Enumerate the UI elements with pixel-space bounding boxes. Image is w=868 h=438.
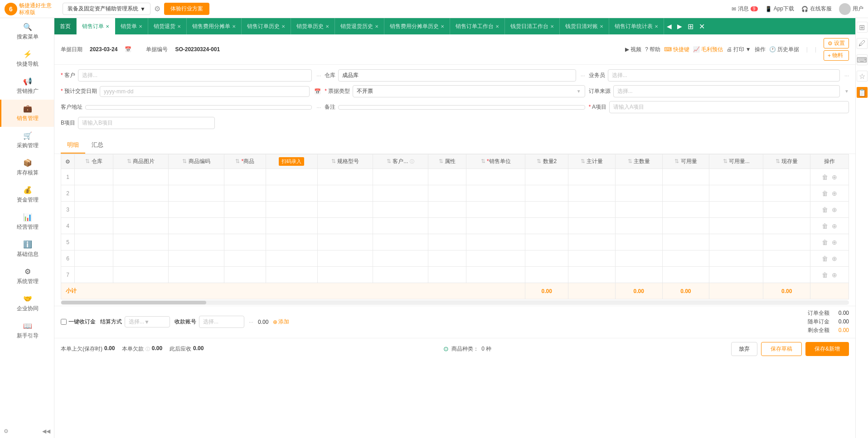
order-source-input[interactable]: 选择... bbox=[613, 85, 840, 97]
sort-icon-warehouse[interactable]: ⇅ bbox=[85, 158, 90, 164]
online-service-btn[interactable]: 🎧 在线客服 bbox=[801, 5, 832, 13]
view-video-btn[interactable]: ▶ 视频 bbox=[625, 46, 641, 53]
sort-icon-property[interactable]: ⇅ bbox=[439, 158, 443, 164]
sort-icon-unit[interactable]: ⇅ bbox=[481, 158, 485, 164]
sidebar-item-marketing[interactable]: 📢 营销推广 bbox=[0, 72, 54, 100]
row-cust-2[interactable] bbox=[373, 185, 428, 202]
sidebar-settings-icon[interactable]: ⚙ bbox=[4, 428, 9, 434]
tab-summary[interactable]: 汇总 bbox=[85, 137, 110, 154]
tab-more-icon[interactable]: ⊞ bbox=[685, 22, 696, 31]
b-project-input[interactable]: 请输入B项目 bbox=[78, 117, 215, 129]
settings-icon[interactable]: ⚙ bbox=[154, 5, 160, 13]
sidebar-item-system[interactable]: ⚙ 系统管理 bbox=[0, 263, 54, 290]
tab-close-icon[interactable]: ✕ bbox=[106, 24, 109, 29]
sort-icon-cust[interactable]: ⇅ bbox=[387, 158, 391, 164]
right-icon-grid[interactable]: ⊞ bbox=[857, 22, 868, 33]
tab-close-icon-7[interactable]: ✕ bbox=[375, 24, 378, 29]
tab-order-history[interactable]: 销售订单历史 ✕ bbox=[242, 18, 291, 34]
system-selector[interactable]: 装备及固定资产辅助管理系统 ▼ bbox=[63, 3, 150, 15]
print-btn[interactable]: 🖨 打印 ▼ bbox=[727, 46, 751, 53]
salesperson-input[interactable]: 选择... bbox=[608, 69, 840, 82]
row-prop-1[interactable] bbox=[428, 169, 466, 185]
right-icon-edit[interactable]: 🖊 bbox=[857, 38, 868, 49]
tab-return-history[interactable]: 销货退货历史 ✕ bbox=[335, 18, 384, 34]
sort-icon-qty2[interactable]: ⇅ bbox=[537, 158, 541, 164]
calendar2-icon[interactable]: 📅 bbox=[314, 88, 321, 95]
col-scan[interactable]: 扫码录入 bbox=[266, 154, 317, 169]
sort-icon-main-qty[interactable]: ⇅ bbox=[628, 158, 632, 164]
sort-icon-stock[interactable]: ⇅ bbox=[776, 158, 780, 164]
row-product-2[interactable] bbox=[224, 185, 266, 202]
tab-order-stats[interactable]: 销售订单统计表 ✕ bbox=[609, 18, 664, 34]
one-click-checkbox[interactable] bbox=[61, 319, 67, 325]
history-btn[interactable]: 🕐 历史单据 bbox=[769, 46, 799, 53]
more-ops-btn[interactable]: 操作 bbox=[755, 46, 766, 53]
tab-bill-history[interactable]: 销货单历史 ✕ bbox=[291, 18, 335, 34]
address-more-icon[interactable]: ··· bbox=[316, 104, 321, 111]
warehouse-input[interactable]: 成品库 bbox=[338, 69, 576, 82]
tab-close-icon-2[interactable]: ✕ bbox=[139, 24, 142, 29]
copy-row-icon-1[interactable]: ⊕ bbox=[832, 173, 837, 181]
row-scan-1[interactable] bbox=[266, 169, 317, 185]
row-warehouse-1[interactable] bbox=[75, 169, 113, 185]
warehouse-more-icon[interactable]: ··· bbox=[581, 72, 585, 79]
table-gear-icon[interactable]: ⚙ bbox=[65, 159, 70, 165]
scan-btn[interactable]: 扫码录入 bbox=[279, 157, 304, 166]
right-icon-clipboard[interactable]: 📋 bbox=[857, 87, 868, 98]
copy-row-icon-5[interactable]: ⊕ bbox=[832, 239, 837, 246]
save-new-button[interactable]: 保存&新增 bbox=[805, 342, 849, 356]
tab-sales-bill[interactable]: 销货单 ✕ bbox=[115, 18, 148, 34]
row-img-2[interactable] bbox=[113, 185, 168, 202]
tab-detail[interactable]: 明细 bbox=[61, 137, 85, 154]
delete-row-icon-7[interactable]: 🗑 bbox=[822, 271, 828, 279]
tab-order-workbench[interactable]: 销售订单工作台 ✕ bbox=[450, 18, 505, 34]
row-avail-1[interactable] bbox=[662, 169, 709, 185]
row-product-1[interactable] bbox=[224, 169, 266, 185]
customer-address-input[interactable] bbox=[85, 105, 312, 110]
material-btn[interactable]: + 物料 bbox=[824, 50, 849, 61]
row-stock-1[interactable] bbox=[763, 169, 810, 185]
account-input[interactable]: 选择... bbox=[199, 316, 244, 328]
tab-sales-order[interactable]: 销售订单 ✕ bbox=[77, 18, 115, 34]
tab-sales-return[interactable]: 销货退货 ✕ bbox=[148, 18, 187, 34]
tab-prev-icon[interactable]: ◀ bbox=[664, 23, 674, 30]
copy-row-icon-6[interactable]: ⊕ bbox=[832, 255, 837, 262]
sort-icon-avail[interactable]: ⇅ bbox=[674, 158, 679, 164]
account-more-icon[interactable]: ··· bbox=[249, 319, 253, 325]
remarks-input[interactable] bbox=[338, 105, 585, 110]
right-icon-star[interactable]: ☆ bbox=[857, 71, 868, 82]
delete-row-icon-6[interactable]: 🗑 bbox=[822, 255, 828, 262]
tab-next-icon[interactable]: ▶ bbox=[674, 23, 685, 30]
copy-row-icon-3[interactable]: ⊕ bbox=[832, 206, 837, 213]
row-code-2[interactable] bbox=[169, 185, 224, 202]
tab-cash-workbench[interactable]: 钱货日清工作台 ✕ bbox=[505, 18, 560, 34]
tab-close-icon-6[interactable]: ✕ bbox=[325, 24, 329, 29]
row-warehouse-2[interactable] bbox=[75, 185, 113, 202]
tab-cash-reconcile[interactable]: 钱货日清对账 ✕ bbox=[560, 18, 609, 34]
profit-btn[interactable]: 📈 毛利预估 bbox=[693, 46, 723, 53]
sort-icon-main-unit[interactable]: ⇅ bbox=[581, 158, 585, 164]
sidebar-item-operations[interactable]: 📊 经营管理 bbox=[0, 208, 54, 236]
row-scan-2[interactable] bbox=[266, 185, 317, 202]
sidebar-item-search[interactable]: 🔍 搜索菜单 bbox=[0, 18, 54, 45]
tab-close-icon-9[interactable]: ✕ bbox=[495, 24, 499, 29]
sort-icon-avail2[interactable]: ⇅ bbox=[723, 158, 727, 164]
calendar-icon[interactable]: 📅 bbox=[125, 46, 131, 53]
industry-solution-button[interactable]: 体验行业方案 bbox=[164, 3, 209, 15]
sort-icon-code[interactable]: ⇅ bbox=[182, 158, 187, 164]
sidebar-item-finance[interactable]: 💰 资金管理 bbox=[0, 181, 54, 208]
row-unit-2[interactable] bbox=[466, 185, 525, 202]
row-main-qty-1[interactable] bbox=[615, 169, 662, 185]
copy-row-icon-2[interactable]: ⊕ bbox=[832, 190, 837, 197]
row-qty2-1[interactable] bbox=[525, 169, 568, 185]
table-scrollbar[interactable] bbox=[54, 299, 855, 306]
delete-row-icon-4[interactable]: 🗑 bbox=[822, 222, 828, 230]
copy-row-icon-7[interactable]: ⊕ bbox=[832, 271, 837, 279]
row-main-unit-2[interactable] bbox=[568, 185, 616, 202]
right-icon-keyboard[interactable]: ⌨ bbox=[857, 54, 868, 65]
row-img-1[interactable] bbox=[113, 169, 168, 185]
customer-input[interactable]: 选择... bbox=[78, 69, 312, 82]
row-spec-1[interactable] bbox=[317, 169, 373, 185]
row-prop-2[interactable] bbox=[428, 185, 466, 202]
tab-expense-history[interactable]: 销售费用分摊单历史 ✕ bbox=[384, 18, 450, 34]
